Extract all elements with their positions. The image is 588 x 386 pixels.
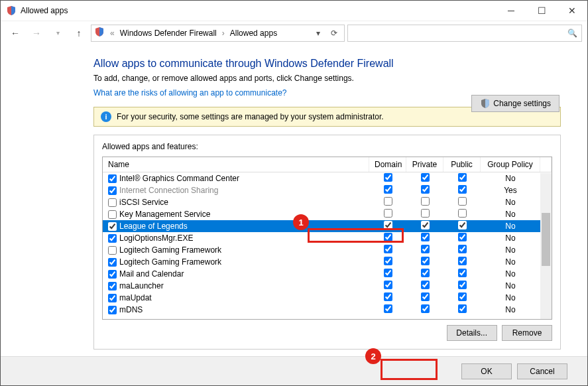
address-bar[interactable]: « Windows Defender Firewall › Allowed ap…	[91, 25, 345, 42]
window-title: Allowed apps	[21, 6, 496, 15]
address-dropdown[interactable]: ▾	[312, 29, 324, 38]
risk-link[interactable]: What are the risks of allowing an app to…	[93, 88, 286, 97]
table-row[interactable]: mDNSNo	[103, 304, 552, 316]
col-group-policy[interactable]: Group Policy	[481, 157, 540, 172]
checkbox[interactable]	[458, 185, 467, 194]
checkbox[interactable]	[421, 173, 430, 182]
checkbox[interactable]	[384, 185, 392, 194]
checkbox[interactable]	[421, 257, 430, 265]
checkbox[interactable]	[384, 233, 392, 241]
app-name: mDNS	[119, 305, 143, 314]
checkbox[interactable]	[458, 245, 467, 253]
checkbox[interactable]	[421, 221, 430, 229]
apps-listbox[interactable]: Name Domain Private Public Group Policy …	[102, 157, 552, 320]
notice-text: For your security, some settings are man…	[117, 112, 384, 121]
checkbox[interactable]	[421, 304, 430, 313]
col-private[interactable]: Private	[406, 157, 443, 172]
cancel-button[interactable]: Cancel	[517, 363, 567, 379]
checkbox[interactable]	[458, 197, 467, 206]
checkbox[interactable]	[384, 281, 392, 289]
table-row[interactable]: Logitech Gaming FrameworkNo	[103, 256, 552, 268]
recent-dropdown[interactable]: ▾	[48, 24, 67, 42]
checkbox[interactable]	[384, 173, 392, 182]
checkbox[interactable]	[458, 304, 467, 313]
checkbox[interactable]	[458, 233, 467, 241]
table-row[interactable]: LogiOptionsMgr.EXENo	[103, 232, 552, 244]
checkbox[interactable]	[421, 209, 430, 218]
checkbox[interactable]	[108, 174, 117, 183]
checkbox[interactable]	[108, 258, 117, 267]
checkbox[interactable]	[384, 221, 392, 229]
checkbox[interactable]	[108, 282, 117, 290]
maximize-button[interactable]: ☐	[526, 1, 557, 21]
panel-actions: Details... Remove	[102, 325, 552, 341]
table-row[interactable]: maLauncherNo	[103, 280, 552, 292]
forward-button[interactable]: →	[27, 24, 46, 42]
breadcrumb-node[interactable]: Allowed apps	[230, 29, 277, 38]
checkbox[interactable]	[458, 281, 467, 289]
refresh-button[interactable]: ⟳	[327, 29, 341, 38]
col-domain[interactable]: Domain	[369, 157, 406, 172]
checkbox[interactable]	[108, 186, 117, 195]
breadcrumb-node[interactable]: Windows Defender Firewall	[120, 29, 217, 38]
checkbox[interactable]	[421, 245, 430, 253]
search-input[interactable]	[352, 29, 567, 38]
table-row[interactable]: League of LegendsNo	[103, 220, 552, 232]
checkbox[interactable]	[108, 270, 117, 279]
col-name[interactable]: Name	[103, 157, 369, 172]
checkbox[interactable]	[458, 209, 467, 218]
checkbox[interactable]	[421, 269, 430, 277]
table-row[interactable]: Mail and CalendarNo	[103, 268, 552, 280]
page-subtext: To add, change, or remove allowed apps a…	[93, 74, 561, 83]
group-policy-value: Yes	[481, 186, 540, 195]
table-row[interactable]: maUpdatNo	[103, 292, 552, 304]
back-button[interactable]: ←	[6, 24, 25, 42]
group-policy-value: No	[481, 233, 540, 243]
table-row[interactable]: Internet Connection SharingYes	[103, 184, 552, 196]
ok-button[interactable]: OK	[461, 363, 512, 379]
checkbox[interactable]	[458, 221, 467, 229]
checkbox[interactable]	[421, 292, 430, 301]
minimize-button[interactable]: ─	[496, 1, 526, 21]
checkbox[interactable]	[108, 234, 117, 243]
checkbox[interactable]	[108, 306, 117, 314]
details-button[interactable]: Details...	[447, 325, 497, 341]
checkbox[interactable]	[458, 292, 467, 301]
table-row[interactable]: Intel® Graphics Command CenterNo	[103, 172, 552, 184]
checkbox[interactable]	[384, 257, 392, 265]
checkbox[interactable]	[108, 210, 117, 219]
checkbox[interactable]	[458, 173, 467, 182]
app-name: Intel® Graphics Command Center	[119, 174, 239, 183]
checkbox[interactable]	[384, 209, 392, 218]
remove-button[interactable]: Remove	[502, 325, 552, 341]
group-policy-value: No	[481, 293, 540, 302]
checkbox[interactable]	[108, 222, 117, 231]
scrollbar[interactable]	[540, 173, 552, 319]
search-box[interactable]: 🔍	[347, 25, 582, 42]
change-settings-label: Change settings	[493, 99, 551, 108]
checkbox[interactable]	[108, 294, 117, 302]
table-row[interactable]: Logitech Gaming FrameworkNo	[103, 244, 552, 256]
checkbox[interactable]	[458, 269, 467, 277]
checkbox[interactable]	[108, 198, 117, 207]
scrollbar-thumb[interactable]	[542, 213, 550, 266]
checkbox[interactable]	[108, 246, 117, 255]
checkbox[interactable]	[421, 281, 430, 289]
checkbox[interactable]	[384, 292, 392, 301]
up-button[interactable]: ↑	[70, 24, 88, 42]
checkbox[interactable]	[421, 197, 430, 206]
checkbox[interactable]	[421, 233, 430, 241]
group-policy-value: No	[481, 245, 540, 255]
checkbox[interactable]	[384, 197, 392, 206]
checkbox[interactable]	[384, 304, 392, 313]
checkbox[interactable]	[458, 257, 467, 265]
checkbox[interactable]	[421, 185, 430, 194]
firewall-icon	[6, 5, 17, 16]
col-public[interactable]: Public	[443, 157, 481, 172]
close-button[interactable]: ✕	[557, 1, 587, 21]
table-row[interactable]: iSCSI ServiceNo	[103, 196, 552, 208]
checkbox[interactable]	[384, 245, 392, 253]
table-row[interactable]: Key Management ServiceNo	[103, 208, 552, 220]
checkbox[interactable]	[384, 269, 392, 277]
change-settings-button[interactable]: Change settings	[471, 95, 559, 112]
